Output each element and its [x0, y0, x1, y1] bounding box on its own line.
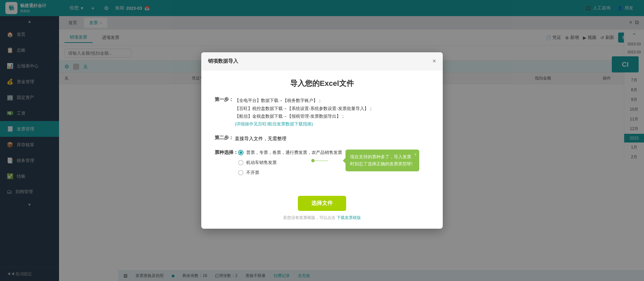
modal-body: 导入您的Excel文件 第一步： 【全电平台】数据下载→【税务数字账户】； 【百…	[201, 70, 443, 190]
step1-guide-link[interactable]: (详细操作见百旺/航信发票数据下载指南)	[235, 121, 313, 126]
tooltip-container: 现在支持的票种多了，导入发票时别忘了选择正确的发票类型呀! ×	[345, 150, 419, 172]
ticket-section: 票种选择： 普票，专票，卷票，通行费发票，农产品销售发票 机动车销售发票	[215, 150, 429, 176]
step2-row: 第二步： 直接导入文件，无需整理	[215, 135, 429, 143]
radio-no-ticket-label: 不开票	[246, 170, 259, 176]
tooltip-bubble: 现在支持的票种多了，导入发票时别忘了选择正确的发票类型呀! ×	[345, 150, 419, 172]
radio-group: 普票，专票，卷票，通行费发票，农产品销售发票 机动车销售发票	[238, 150, 342, 176]
step2-label: 第二步：	[215, 135, 235, 141]
modal-footer: 选择文件 若您没有发票模版，可以点击 下载发票模版	[201, 190, 443, 229]
step2-section: 第二步： 直接导入文件，无需整理	[215, 135, 429, 143]
tooltip-line-area	[328, 161, 328, 161]
modal-title: 销项数据导入	[208, 58, 238, 64]
modal-header: 销项数据导入 ×	[201, 52, 443, 70]
radio-normal[interactable]	[238, 150, 244, 155]
radio-item-motor[interactable]: 机动车销售发票 现在支持的票种多了，导入发票时别忘了选择正确的发票类	[238, 160, 342, 166]
step1-section: 第一步： 【全电平台】数据下载→【税务数字账户】； 【百旺】税控盘数据下载→【系…	[215, 97, 429, 128]
radio-item-no-ticket[interactable]: 不开票	[238, 170, 342, 176]
step1-line3: 【航信】金税盘数据下载→【报税管理-发票数据导出】；	[235, 112, 373, 120]
modal-overlay: 销项数据导入 × 导入您的Excel文件 第一步： 【全电平台】数据下载→【税务…	[0, 0, 644, 281]
step2-text: 直接导入文件，无需整理	[235, 136, 286, 142]
step1-line2: 【百旺】税控盘数据下载→【系统设置-系统参数设置-发票批量导入】；	[235, 105, 373, 112]
radio-motor-label: 机动车销售发票	[246, 160, 277, 166]
step1-content: 【全电平台】数据下载→【税务数字账户】； 【百旺】税控盘数据下载→【系统设置-系…	[235, 97, 373, 128]
step1-label: 第一步：	[215, 97, 235, 126]
radio-item-normal[interactable]: 普票，专票，卷票，通行费发票，农产品销售发票	[238, 150, 342, 156]
download-template-link[interactable]: 下载发票模版	[337, 215, 361, 220]
step1-link-area: (详细操作见百旺/航信发票数据下载指南)	[235, 120, 373, 128]
tooltip-line	[315, 161, 328, 161]
tooltip-close-btn[interactable]: ×	[414, 152, 417, 158]
radio-normal-label: 普票，专票，卷票，通行费发票，农产品销售发票	[246, 150, 342, 156]
tooltip-text: 现在支持的票种多了，导入发票时别忘了选择正确的发票类型呀!	[350, 154, 413, 166]
ticket-row: 票种选择： 普票，专票，卷票，通行费发票，农产品销售发票 机动车销售发票	[215, 150, 429, 176]
radio-motor[interactable]	[238, 160, 244, 165]
ticket-label: 票种选择：	[215, 150, 238, 174]
modal-close-btn[interactable]: ×	[432, 58, 436, 65]
radio-no-ticket[interactable]	[238, 170, 244, 175]
step1-line1: 【全电平台】数据下载→【税务数字账户】；	[235, 97, 373, 104]
footer-note-text: 若您没有发票模版，可以点击	[283, 215, 335, 220]
step1-row: 第一步： 【全电平台】数据下载→【税务数字账户】； 【百旺】税控盘数据下载→【系…	[215, 97, 429, 128]
tooltip-inner: 现在支持的票种多了，导入发票时别忘了选择正确的发票类型呀! ×	[345, 150, 419, 172]
select-file-btn[interactable]: 选择文件	[298, 196, 346, 211]
modal-dialog: 销项数据导入 × 导入您的Excel文件 第一步： 【全电平台】数据下载→【税务…	[201, 52, 443, 229]
tooltip-dot	[311, 159, 315, 162]
modal-main-title: 导入您的Excel文件	[215, 78, 429, 89]
footer-note-area: 若您没有发票模版，可以点击 下载发票模版	[283, 215, 361, 221]
